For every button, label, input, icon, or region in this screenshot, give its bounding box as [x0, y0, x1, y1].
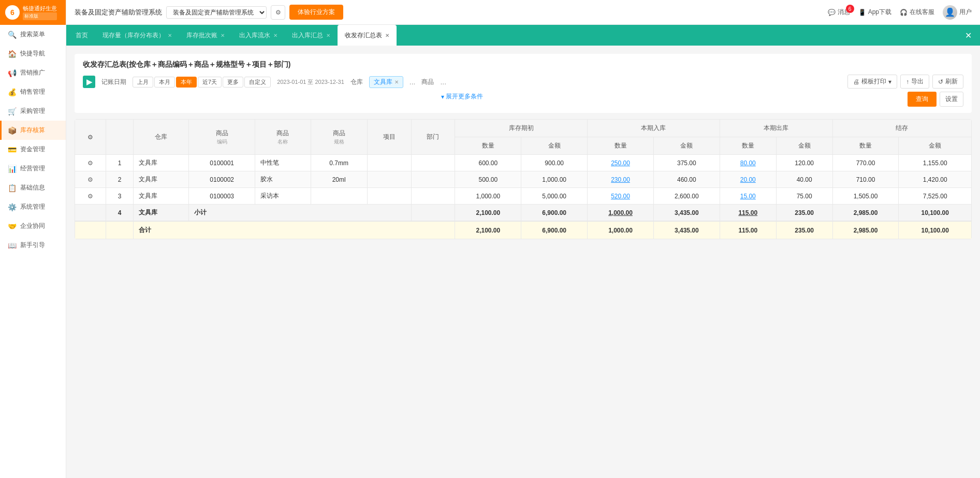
logo-icon: 6: [5, 5, 20, 20]
sidebar-item-quick-nav[interactable]: 🏠快捷导航: [0, 44, 66, 63]
row-out-qty[interactable]: 20.00: [720, 171, 776, 188]
total-settings-cell: [75, 221, 106, 239]
sidebar-item-system[interactable]: ⚙️系统管理: [0, 197, 66, 216]
sidebar-item-label-collab: 企业协同: [20, 222, 45, 230]
col-settings[interactable]: ⚙: [75, 120, 106, 155]
row-project: [367, 155, 411, 171]
sidebar-item-search[interactable]: 🔍搜索菜单: [0, 25, 66, 44]
tab-label-inout-summary: 出入库汇总: [292, 31, 323, 40]
tabbar: 首页现存量（库存分布表）✕库存批次账✕出入库流水✕出入库汇总✕收发存汇总表✕✕: [66, 25, 980, 46]
row-open-amt: 1,000.00: [521, 171, 588, 188]
row-code: 0100002: [189, 171, 255, 188]
sub-in-qty[interactable]: 1,000.00: [588, 205, 654, 222]
sidebar-item-label-search: 搜索菜单: [20, 30, 45, 39]
date-btn-近7天[interactable]: 近7天: [198, 77, 222, 88]
row-in-qty[interactable]: 230.00: [588, 171, 654, 188]
warehouse-ellipsis[interactable]: ...: [409, 78, 416, 86]
tab-home[interactable]: 首页: [68, 25, 95, 46]
tab-receive-send[interactable]: 收发存汇总表✕: [338, 25, 397, 46]
table-settings-button[interactable]: 设置: [940, 92, 963, 107]
sidebar-item-collab[interactable]: 🤝企业协同: [0, 216, 66, 236]
row-settings[interactable]: ⚙: [75, 155, 106, 171]
expand-conditions-button[interactable]: ▾ 展开更多条件: [441, 92, 483, 101]
topbar-settings-button[interactable]: ⚙: [271, 5, 285, 20]
row-out-qty[interactable]: 80.00: [720, 155, 776, 171]
col-group-in: 本期入库: [588, 120, 720, 137]
row-settings[interactable]: ⚙: [75, 171, 106, 188]
tab-inout-flow[interactable]: 出入库流水✕: [232, 25, 285, 46]
row-out-amt: 40.00: [776, 171, 832, 188]
message-button[interactable]: 💬 消息 6: [828, 8, 850, 17]
row-warehouse: 文具库: [133, 171, 189, 188]
sidebar-item-inventory[interactable]: 📦库存核算: [0, 121, 66, 140]
chevron-down-icon: ▾: [888, 78, 891, 85]
row-bal-amt: 7,525.00: [899, 188, 972, 205]
sidebar-item-basic[interactable]: 📋基础信息: [0, 178, 66, 197]
row-in-qty[interactable]: 520.00: [588, 188, 654, 205]
topbar: 装备及固定资产辅助管理系统 装备及固定资产辅助管理系统 ⚙ 体验行业方案 💬 消…: [66, 0, 980, 25]
refresh-button[interactable]: ↺ 刷新: [932, 75, 963, 89]
sidebar-item-label-purchase: 采购管理: [20, 107, 45, 115]
col-out-qty: 数量: [720, 137, 776, 155]
date-btn-上月[interactable]: 上月: [133, 77, 153, 88]
row-bal-qty: 1,505.00: [832, 188, 899, 205]
phone-icon: 📱: [858, 9, 866, 16]
query-button[interactable]: 查询: [908, 92, 937, 107]
collab-icon: 🤝: [8, 222, 16, 230]
data-table: ⚙ 仓库 商品编码 商品名称 商品规格 项目 部门 库存期初 本期入库 本期出库…: [75, 119, 972, 239]
row-name: 胶水: [255, 171, 311, 188]
row-project: [367, 171, 411, 188]
sidebar-item-purchase[interactable]: 🛒采购管理: [0, 102, 66, 121]
date-btn-更多[interactable]: 更多: [223, 77, 243, 88]
tab-close-inventory-dist[interactable]: ✕: [168, 33, 172, 38]
row-in-qty[interactable]: 250.00: [588, 155, 654, 171]
tab-close-inout-flow[interactable]: ✕: [273, 33, 277, 38]
avatar-image: 👤: [943, 5, 957, 20]
system-select[interactable]: 装备及固定资产辅助管理系统: [166, 6, 267, 19]
sidebar-item-marketing[interactable]: 📢营销推广: [0, 63, 66, 82]
sidebar-item-ops[interactable]: 📊经营管理: [0, 159, 66, 178]
sidebar-item-finance[interactable]: 💳资金管理: [0, 140, 66, 159]
tab-inventory-dist[interactable]: 现存量（库存分布表）✕: [95, 25, 179, 46]
tab-close-inout-summary[interactable]: ✕: [326, 33, 330, 38]
subtotal-row: 4 文具库 小计 2,100.00 6,900.00 1,000.00 3,43…: [75, 205, 972, 222]
filter-toggle-button[interactable]: ▶: [83, 76, 95, 88]
app-download-button[interactable]: 📱 App下载: [858, 8, 891, 17]
tab-inout-summary[interactable]: 出入库汇总✕: [285, 25, 338, 46]
sidebar-item-guide[interactable]: 📖新手引导: [0, 236, 66, 255]
sub-open-amt: 6,900.00: [521, 205, 588, 222]
tab-batch[interactable]: 库存批次账✕: [179, 25, 232, 46]
row-settings[interactable]: ⚙: [75, 188, 106, 205]
date-btn-本年[interactable]: 本年: [176, 77, 197, 88]
col-bal-amt: 金额: [899, 137, 972, 155]
row-out-amt: 75.00: [776, 188, 832, 205]
row-no: 1: [106, 155, 133, 171]
warehouse-tag-close-button[interactable]: ✕: [394, 79, 399, 85]
filter-bar: ▶ 记账日期 上月本月本年近7天更多自定义 2023-01-01 至 2023-…: [83, 76, 841, 88]
row-bal-qty: 770.00: [832, 155, 899, 171]
main-content: 装备及固定资产辅助管理系统 装备及固定资产辅助管理系统 ⚙ 体验行业方案 💬 消…: [66, 0, 980, 478]
sub-out-qty[interactable]: 115.00: [720, 205, 776, 222]
tabbar-close-button[interactable]: ✕: [959, 31, 978, 40]
tab-close-receive-send[interactable]: ✕: [385, 33, 389, 38]
date-btn-本月[interactable]: 本月: [154, 77, 175, 88]
message-badge: 6: [846, 5, 854, 13]
user-button[interactable]: 👤 用户: [943, 5, 972, 20]
online-service-button[interactable]: 🎧 在线客服: [900, 8, 934, 17]
sub-open-qty: 2,100.00: [455, 205, 521, 222]
row-name: 采访本: [255, 188, 311, 205]
trial-button[interactable]: 体验行业方案: [289, 5, 343, 20]
goods-ellipsis[interactable]: ...: [440, 78, 446, 86]
sidebar-item-sales[interactable]: 💰销售管理: [0, 82, 66, 102]
table-row: ⚙ 2 文具库 0100002 胶水 20ml 500.00 1,000.00 …: [75, 171, 972, 188]
row-out-qty[interactable]: 15.00: [720, 188, 776, 205]
sub-no: 4: [106, 205, 133, 222]
tab-close-batch[interactable]: ✕: [221, 33, 225, 38]
search-icon: 🔍: [8, 31, 16, 39]
date-range: 2023-01-01 至 2023-12-31: [277, 78, 344, 86]
total-out-amt: 235.00: [776, 221, 832, 239]
date-btn-自定义[interactable]: 自定义: [244, 77, 271, 88]
table-row: ⚙ 3 文具库 0100003 采访本 1,000.00 5,000.00 52…: [75, 188, 972, 205]
print-button[interactable]: 🖨 模板打印 ▾: [847, 75, 897, 89]
export-button[interactable]: ↑ 导出: [900, 75, 929, 89]
